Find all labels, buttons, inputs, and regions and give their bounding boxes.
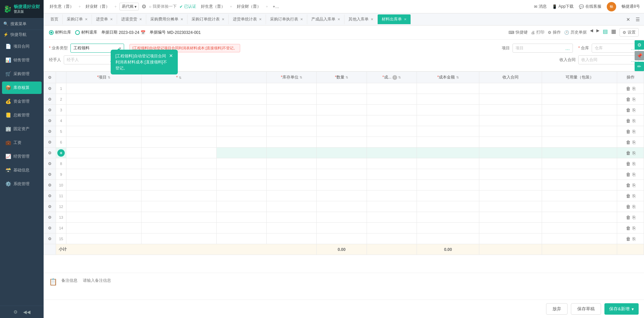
project-sort-icon[interactable]: ⇅	[108, 75, 110, 79]
notes-input[interactable]	[82, 276, 639, 293]
spec-cell[interactable]	[216, 126, 266, 137]
warehouse-input[interactable]: 仓库 …	[592, 44, 639, 53]
available-cell[interactable]	[542, 94, 617, 105]
cost-cell[interactable]	[367, 223, 417, 233]
row-gear-icon[interactable]: ⚙	[48, 140, 52, 145]
material-sort-icon[interactable]: ⇅	[179, 76, 181, 80]
sidebar-item-quicknav[interactable]: ⚡ 快捷导航	[0, 30, 44, 40]
row-gear-icon[interactable]: ⚙	[48, 161, 52, 166]
tab-purchase-stat-close[interactable]: ✕	[222, 17, 224, 21]
available-cell[interactable]	[542, 83, 617, 94]
copy-icon[interactable]: ⎘	[633, 97, 635, 102]
unit-cell[interactable]	[267, 212, 317, 223]
row-gear-icon[interactable]: ⚙	[48, 97, 52, 102]
available-cell[interactable]	[542, 180, 617, 191]
material-cell[interactable]	[141, 126, 216, 137]
project-cell[interactable]	[66, 233, 142, 244]
print-button[interactable]: 🖨 打印	[531, 28, 544, 37]
project-dots[interactable]: …	[565, 46, 570, 51]
spec-cell[interactable]	[216, 201, 266, 212]
cost-amount-cell[interactable]	[417, 137, 479, 148]
cost-cell[interactable]	[367, 233, 417, 244]
spec-cell[interactable]	[216, 180, 266, 191]
spec-cell[interactable]	[216, 115, 266, 126]
cost-cell[interactable]	[367, 94, 417, 105]
spec-cell[interactable]	[216, 191, 266, 201]
unit-cell[interactable]	[267, 158, 317, 169]
quantity-cell[interactable]	[317, 191, 367, 201]
view-grid-icon[interactable]: ▦	[611, 28, 616, 37]
copy-icon[interactable]: ⎘	[633, 193, 635, 199]
quantity-cell[interactable]	[317, 137, 367, 148]
spec-cell[interactable]	[216, 223, 266, 233]
unit-cell[interactable]	[267, 180, 317, 191]
available-cell[interactable]	[542, 212, 617, 223]
topbar-certified-haoshengyi[interactable]: 好生意（普）	[199, 2, 227, 11]
view-list-icon[interactable]: ▤	[603, 28, 608, 37]
quantity-cell[interactable]	[317, 158, 367, 169]
quantity-cell[interactable]	[317, 83, 367, 94]
delete-icon[interactable]: 🗑	[626, 225, 631, 231]
quantity-cell[interactable]	[317, 223, 367, 233]
copy-icon[interactable]: ⎘	[633, 107, 635, 113]
nav-next-icon[interactable]: ▶	[596, 28, 599, 37]
delete-icon[interactable]: 🗑	[626, 118, 631, 123]
cost-amount-cell[interactable]	[417, 169, 479, 180]
cost-amount-cell[interactable]	[417, 148, 479, 158]
tabbar-menu-icon[interactable]: ☰	[634, 15, 641, 23]
copy-icon[interactable]: ⎘	[633, 140, 635, 145]
quantity-cell[interactable]	[317, 148, 367, 158]
sidebar-item-operations[interactable]: 📈 经营管理	[2, 150, 42, 163]
delete-icon[interactable]: 🗑	[626, 140, 631, 145]
income-contract-cell[interactable]	[479, 169, 542, 180]
income-contract-cell[interactable]	[479, 158, 542, 169]
sidebar-item-inventory[interactable]: 📦 库存核算	[2, 82, 42, 94]
sidebar-item-ledger[interactable]: 📒 总账管理	[2, 109, 42, 121]
copy-icon[interactable]: ⎘	[633, 129, 635, 134]
material-cell[interactable]	[141, 169, 216, 180]
cost-amount-cell[interactable]	[417, 158, 479, 169]
quantity-cell[interactable]	[317, 233, 367, 244]
cost-cell[interactable]	[367, 148, 417, 158]
discard-button[interactable]: 放弃	[546, 303, 568, 315]
income-contract-cell[interactable]	[479, 126, 542, 137]
material-cell[interactable]	[141, 105, 216, 115]
project-cell[interactable]	[66, 137, 142, 148]
income-contract-cell[interactable]	[479, 191, 542, 201]
topbar-online-service[interactable]: 💬 在线客服	[579, 4, 601, 9]
delete-icon[interactable]: 🗑	[626, 150, 631, 156]
income-contract-cell[interactable]	[479, 137, 542, 148]
available-cell[interactable]	[542, 126, 617, 137]
available-cell[interactable]	[542, 105, 617, 115]
sidebar-item-purchase[interactable]: 🛒 采购管理	[2, 68, 42, 80]
radio-material-return[interactable]: 材料退库	[75, 30, 97, 35]
tab-goods-stat-close[interactable]: ✕	[259, 17, 262, 21]
spec-cell[interactable]	[216, 137, 266, 148]
income-contract-cell[interactable]	[479, 201, 542, 212]
delete-icon[interactable]: 🗑	[626, 86, 631, 91]
topbar-more[interactable]: +…	[271, 3, 281, 10]
project-cell[interactable]	[66, 94, 142, 105]
handler-input[interactable]: 经手人 …	[64, 55, 117, 64]
cost-amount-cell[interactable]	[417, 201, 479, 212]
radio-material-out[interactable]: 材料出库	[49, 30, 71, 35]
row-gear-icon[interactable]: ⚙	[48, 129, 52, 134]
tab-goods-stat[interactable]: 进货单统计表 ✕	[229, 14, 266, 24]
project-cell[interactable]	[66, 158, 142, 169]
copy-icon[interactable]: ⎘	[633, 204, 635, 209]
tab-purchase-order-close[interactable]: ✕	[85, 17, 88, 21]
cost-cell[interactable]	[367, 137, 417, 148]
available-cell[interactable]	[542, 148, 617, 158]
nav-prev-icon[interactable]: ◀	[590, 28, 593, 37]
material-cell[interactable]	[141, 148, 216, 158]
row-gear-icon[interactable]: ⚙	[48, 151, 52, 155]
copy-icon[interactable]: ⎘	[633, 225, 635, 231]
material-cell[interactable]	[141, 201, 216, 212]
row-gear-icon[interactable]: ⚙	[48, 108, 52, 112]
quantity-cell[interactable]	[317, 115, 367, 126]
project-input[interactable]: 项目 …	[513, 44, 573, 53]
calendar-icon[interactable]: 📅	[141, 30, 146, 35]
cost-amount-sort-icon[interactable]: ⇅	[456, 75, 459, 79]
income-contract-input[interactable]: 收入合同 …	[578, 55, 639, 64]
topbar-message[interactable]: ✉ 消息	[534, 4, 547, 9]
